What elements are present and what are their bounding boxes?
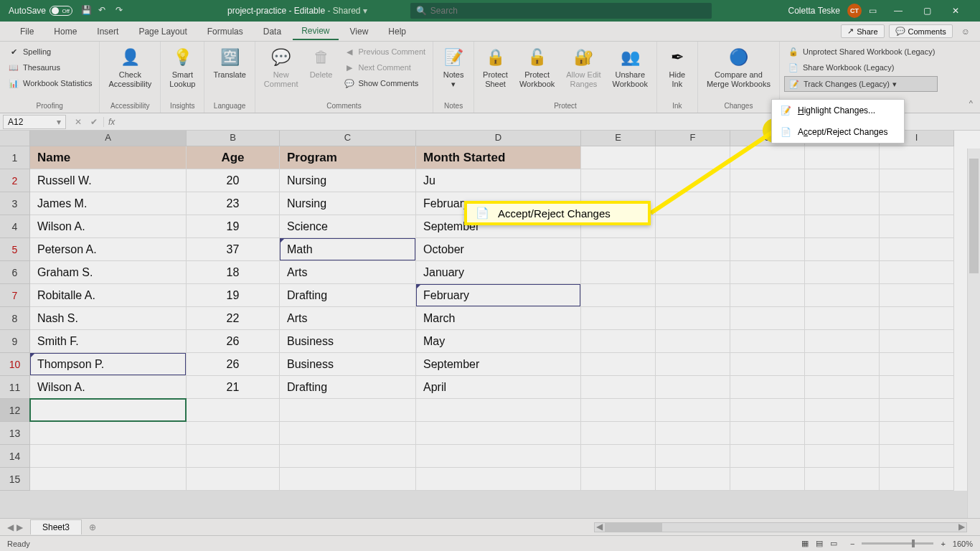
- undo-icon[interactable]: ↶: [98, 5, 110, 17]
- cell[interactable]: [280, 468, 416, 491]
- tab-insert[interactable]: Insert: [88, 24, 127, 39]
- cell[interactable]: [880, 330, 954, 353]
- name-box[interactable]: A12▾: [3, 115, 66, 129]
- cell[interactable]: 26: [187, 353, 280, 376]
- row-header[interactable]: 3: [0, 192, 30, 215]
- cell[interactable]: [581, 307, 656, 330]
- cell[interactable]: September: [416, 353, 581, 376]
- cell[interactable]: [30, 399, 187, 422]
- show-comments-button[interactable]: 💬Show Comments: [340, 76, 429, 90]
- cell[interactable]: April: [416, 376, 581, 399]
- cell[interactable]: [805, 307, 880, 330]
- cell[interactable]: [805, 468, 880, 491]
- cell[interactable]: [656, 284, 730, 307]
- smart-lookup-button[interactable]: 💡Smart Lookup: [165, 44, 199, 100]
- cell[interactable]: [730, 353, 805, 376]
- notes-button[interactable]: 📝Notes▾: [438, 44, 469, 100]
- save-icon[interactable]: 💾: [81, 5, 93, 17]
- cell[interactable]: Drafting: [280, 284, 416, 307]
- cell[interactable]: 21: [187, 376, 280, 399]
- comments-button[interactable]: 💬 Comments: [889, 24, 953, 38]
- cell[interactable]: [581, 445, 656, 468]
- cell[interactable]: [880, 445, 954, 468]
- cell[interactable]: [730, 192, 805, 215]
- cell[interactable]: Nash S.: [30, 307, 187, 330]
- tab-file[interactable]: File: [11, 24, 42, 39]
- cell[interactable]: [880, 376, 954, 399]
- collapse-ribbon-icon[interactable]: ^: [969, 42, 980, 113]
- hide-ink-button[interactable]: ✒Hide Ink: [661, 44, 693, 100]
- cell[interactable]: [880, 353, 954, 376]
- protect-workbook-button[interactable]: 🔓Protect Workbook: [515, 44, 559, 100]
- row-header[interactable]: 14: [0, 445, 30, 468]
- enter-icon[interactable]: ✔: [90, 117, 98, 127]
- tab-view[interactable]: View: [341, 24, 377, 39]
- view-break-icon[interactable]: ▭: [830, 539, 837, 548]
- cell[interactable]: Arts: [280, 307, 416, 330]
- cell[interactable]: Name: [30, 146, 187, 169]
- cell[interactable]: Math: [280, 238, 416, 261]
- cell[interactable]: [187, 399, 280, 422]
- row-header[interactable]: 8: [0, 307, 30, 330]
- sheet-prev-icon[interactable]: ◀: [7, 522, 14, 532]
- share-workbook-button[interactable]: 📄Share Workbook (Legacy): [784, 60, 938, 75]
- cell[interactable]: 26: [187, 330, 280, 353]
- cell[interactable]: [187, 468, 280, 491]
- cell[interactable]: [656, 399, 730, 422]
- cell[interactable]: [187, 445, 280, 468]
- cell[interactable]: [280, 399, 416, 422]
- tab-help[interactable]: Help: [380, 24, 415, 39]
- unshare-workbook-button[interactable]: 👥Unshare Workbook: [608, 44, 652, 100]
- vertical-scrollbar[interactable]: [967, 149, 980, 518]
- cell[interactable]: 23: [187, 192, 280, 215]
- highlight-changes-item[interactable]: 📝Highlight Changes...: [772, 100, 904, 121]
- share-button[interactable]: ↗ Share: [841, 24, 884, 38]
- cell[interactable]: Business: [280, 330, 416, 353]
- row-header[interactable]: 10: [0, 353, 30, 376]
- ribbon-options-icon[interactable]: ▭: [869, 6, 877, 16]
- cell[interactable]: [880, 215, 954, 238]
- cell[interactable]: [730, 445, 805, 468]
- cell[interactable]: [280, 422, 416, 445]
- cell[interactable]: 18: [187, 261, 280, 284]
- cell[interactable]: [730, 468, 805, 491]
- cell[interactable]: [880, 468, 954, 491]
- minimize-button[interactable]: —: [884, 0, 913, 22]
- cell[interactable]: [880, 261, 954, 284]
- workbook-stats-button[interactable]: 📊Workbook Statistics: [4, 76, 95, 90]
- column-header[interactable]: A: [30, 131, 187, 146]
- cell[interactable]: [581, 261, 656, 284]
- cell[interactable]: [656, 261, 730, 284]
- avatar[interactable]: CT: [847, 4, 862, 18]
- cell[interactable]: 22: [187, 307, 280, 330]
- cell[interactable]: [880, 399, 954, 422]
- cell[interactable]: [30, 445, 187, 468]
- row-header[interactable]: 13: [0, 422, 30, 445]
- cell[interactable]: Robitalle A.: [30, 284, 187, 307]
- search-box[interactable]: 🔍: [410, 3, 712, 19]
- cell[interactable]: [730, 215, 805, 238]
- fx-icon[interactable]: fx: [104, 117, 119, 127]
- track-changes-button[interactable]: 📝Track Changes (Legacy) ▾: [784, 76, 938, 92]
- cell[interactable]: [805, 445, 880, 468]
- spelling-button[interactable]: ✔Spelling: [4, 44, 95, 59]
- cell[interactable]: Science: [280, 215, 416, 238]
- row-header[interactable]: 9: [0, 330, 30, 353]
- cell[interactable]: [416, 445, 581, 468]
- cell[interactable]: [581, 146, 656, 169]
- cell[interactable]: [805, 284, 880, 307]
- cell[interactable]: [656, 307, 730, 330]
- cell[interactable]: Nursing: [280, 192, 416, 215]
- cell[interactable]: [30, 468, 187, 491]
- tab-home[interactable]: Home: [45, 24, 85, 39]
- tab-review[interactable]: Review: [293, 23, 338, 40]
- view-page-icon[interactable]: ▤: [816, 539, 823, 548]
- cell[interactable]: [656, 353, 730, 376]
- row-header[interactable]: 6: [0, 261, 30, 284]
- cell[interactable]: [880, 238, 954, 261]
- cell[interactable]: [880, 307, 954, 330]
- cell[interactable]: October: [416, 238, 581, 261]
- row-header[interactable]: 2: [0, 169, 30, 192]
- cell[interactable]: Wilson A.: [30, 215, 187, 238]
- tab-data[interactable]: Data: [255, 24, 290, 39]
